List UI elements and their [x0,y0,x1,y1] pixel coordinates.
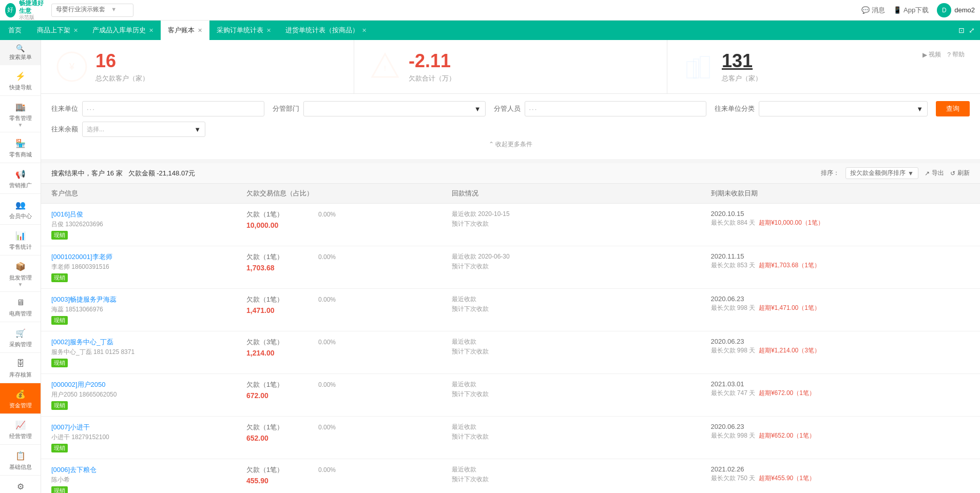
sidebar-item-ecommerce[interactable]: 🖥 电商管理 [0,292,41,322]
result-bar: 搜索结果中，客户 16 家 欠款金额 -21,148.07元 排序： 按欠款金额… [41,163,980,184]
sidebar-item-marketing[interactable]: 📢 营销推广 [0,163,41,194]
export-btn[interactable]: ↗ 导出 [925,169,944,178]
download-icon: 📱 [893,6,901,14]
system-icon: ⚙ [17,482,24,491]
sort-arrow-icon: ▼ [908,170,914,177]
search-menu-btn[interactable]: 🔍 搜索菜单 [0,40,41,65]
customer-name-3[interactable]: [0002]服务中心_丁磊 [51,338,246,347]
tab-production[interactable]: 产成品入库单历史 ✕ [85,21,161,40]
customer-name-4[interactable]: [000002]用户2050 [51,380,246,389]
sidebar-item-system[interactable]: ⚙ 系统管理 [0,476,41,493]
stat-card-owe-customers: ¥ 16 总欠款客户（家） [41,40,354,93]
expire-cell-4: 2021.03.01 最长欠款 747 天 超期¥672.00（1笔） [711,380,970,398]
help-btn[interactable]: ? 帮助 [947,50,965,59]
customer-tag-3: 现销 [51,359,68,367]
balance-label: 往来余额 [51,125,78,134]
close-stats-icon[interactable]: ✕ [362,27,367,34]
sidebar-item-business[interactable]: 📈 经营管理 [0,414,41,445]
close-customer-icon[interactable]: ✕ [198,27,202,34]
customer-cell-0: [0016]吕俊 吕俊 13026203696 现销 [51,210,246,240]
collapse-btn[interactable]: ⌃ 收起更多条件 [51,137,970,152]
overdue-link-2[interactable]: 超期¥1,471.00（1笔） [759,304,820,311]
stat-card-total-customers: 131 总客户（家） ▶ 视频 ? 帮助 [667,40,980,93]
owe-cell-6: 欠款（1笔） 455.90 0.00% [246,465,452,485]
dept-select[interactable]: ▼ [303,101,486,116]
owe-cell-5: 欠款（1笔） 652.00 0.00% [246,423,452,442]
tab-purchase-stats[interactable]: 进货单统计表（按商品） ✕ [278,21,374,40]
last-collect-5: 最近收款 [452,423,711,431]
app-download-btn[interactable]: 📱 App下载 [893,6,929,15]
messages-btn[interactable]: 💬 消息 [861,6,885,15]
sidebar-item-retail-store[interactable]: 🏪 零售商城 [0,132,41,163]
sidebar-item-quick-nav[interactable]: ⚡ 快捷导航 [0,65,41,96]
sidebar-item-retail-mgmt[interactable]: 🏬 零售管理 ▼ [0,96,41,132]
owe-percent-2: 0.00% [318,296,336,303]
owe-percent-1: 0.00% [318,253,336,261]
overdue-link-5[interactable]: 超期¥652.00（1笔） [759,432,815,439]
owe-amount-2[interactable]: 1,471.00 [246,306,308,314]
person-input[interactable]: ··· [525,101,707,116]
close-products-icon[interactable]: ✕ [73,27,78,34]
table-row: [0002]服务中心_丁磊 服务中心_丁磊 181 0125 8371 现销 欠… [41,331,980,374]
sidebar-item-finance[interactable]: 💰 资金管理 [0,383,41,414]
overdue-link-0[interactable]: 超期¥10,000.00（1笔） [759,219,824,226]
return-cell-3: 最近收款 预计下次收款 [452,338,711,356]
nav-expand-icon[interactable]: ⤢ [969,26,975,34]
supplier-input[interactable]: ··· [82,101,264,116]
next-collect-1: 预计下次收款 [452,262,711,271]
company-selector[interactable]: 母婴行业演示账套 ▼ [51,4,133,17]
owe-count-6: 欠款（1笔） [246,465,308,475]
sort-label: 排序： [821,169,839,178]
sidebar-item-inventory[interactable]: 🗄 库存核算 [0,353,41,383]
owe-amount-3[interactable]: 1,214.00 [246,349,308,357]
customer-name-5[interactable]: [0007]小进干 [51,423,246,432]
expire-days-1: 最长欠款 853 天 超期¥1,703.68（1笔） [711,261,970,270]
owe-amount-5[interactable]: 652.00 [246,434,308,442]
sidebar-item-batch-mgmt[interactable]: 📦 批发管理 ▼ [0,255,41,292]
expire-date-5: 2020.06.23 [711,423,970,430]
sidebar-item-basic[interactable]: 📋 基础信息 [0,445,41,476]
company-name[interactable]: 母婴行业演示账套 ▼ [51,4,133,17]
customer-name-2[interactable]: [0003]畅捷服务尹海蕊 [51,295,246,304]
filter-person: 分管人员 ··· [494,101,707,116]
sidebar-item-retail-stats[interactable]: 📊 零售统计 [0,225,41,255]
close-production-icon[interactable]: ✕ [149,27,153,34]
overdue-link-6[interactable]: 超期¥455.90（1笔） [759,475,815,482]
owe-amount-1[interactable]: 1,703.68 [246,264,308,272]
owe-percent-4: 0.00% [318,381,336,388]
search-button[interactable]: 查询 [936,101,970,116]
sidebar-item-member[interactable]: 👥 会员中心 [0,194,41,225]
nav-restore-icon[interactable]: ⊡ [958,26,965,34]
category-select[interactable]: ▼ [759,101,928,116]
customer-tag-0: 现销 [51,231,68,240]
last-collect-0: 最近收款 2020-10-15 [452,210,711,219]
customer-name-0[interactable]: [0016]吕俊 [51,210,246,219]
close-purchase-icon[interactable]: ✕ [266,27,271,34]
overdue-link-3[interactable]: 超期¥1,214.00（3笔） [759,347,820,354]
table-row: [0006]去下粮仓 陈小希 现销 欠款（1笔） 455.90 0.00% 最近… [41,459,980,493]
overdue-link-4[interactable]: 超期¥672.00（1笔） [759,389,815,397]
tab-products[interactable]: 商品上下架 ✕ [30,21,85,40]
owe-amount-6[interactable]: 455.90 [246,477,308,485]
tab-home[interactable]: 首页 [0,21,30,40]
sort-select[interactable]: 按欠款金额倒序排序 ▼ [846,167,918,179]
owe-percent-5: 0.00% [318,424,336,431]
video-btn[interactable]: ▶ 视频 [923,50,941,59]
tab-customer-account[interactable]: 客户账本 ✕ [161,21,209,40]
stat-icon-3 [683,51,714,82]
refresh-btn[interactable]: ↺ 刷新 [950,169,970,178]
owe-amount-0[interactable]: 10,000.00 [246,221,308,229]
stat-card-owe-total: ! -2.11 欠款合计（万） [354,40,667,93]
owe-amount-4[interactable]: 672.00 [246,391,308,400]
sidebar-item-purchase[interactable]: 🛒 采购管理 [0,322,41,353]
owe-count-5: 欠款（1笔） [246,423,308,432]
overdue-link-1[interactable]: 超期¥1,703.68（1笔） [759,262,820,269]
customer-tag-4: 现销 [51,401,68,410]
tab-purchase-order[interactable]: 采购订单统计表 ✕ [209,21,278,40]
customer-name-1[interactable]: [0001020001]李老师 [51,252,246,262]
customer-name-6[interactable]: [0006]去下粮仓 [51,465,246,475]
expire-days-3: 最长欠款 998 天 超期¥1,214.00（3笔） [711,346,970,355]
user-menu[interactable]: D demo2 [937,3,975,17]
total-customers-num: 131 [722,50,914,72]
balance-select[interactable]: 选择... ▼ [82,122,205,137]
